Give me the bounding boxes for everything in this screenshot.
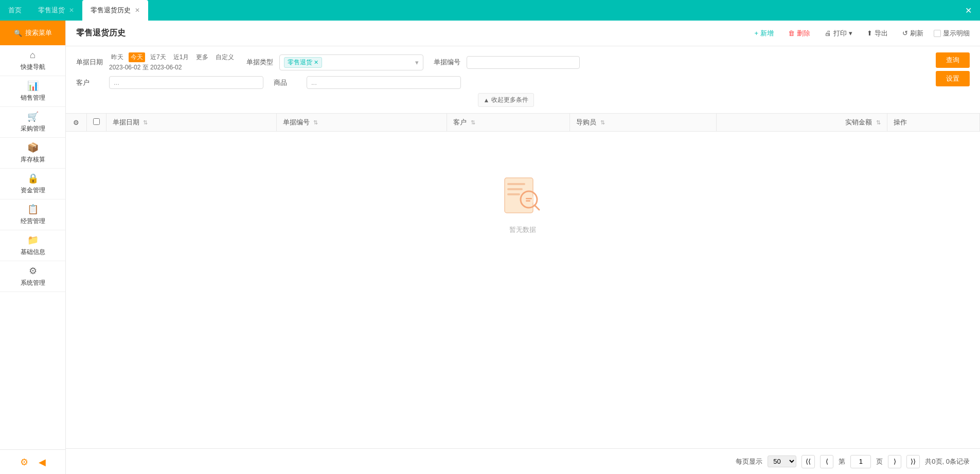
sidebar-item-sales-mgmt[interactable]: 📊 销售管理 bbox=[0, 76, 65, 107]
date-shortcut-today[interactable]: 今天 bbox=[129, 52, 145, 62]
col-number-label: 单据编号 bbox=[283, 118, 310, 126]
refresh-button[interactable]: ↺ 刷新 bbox=[898, 27, 928, 40]
show-detail-label-text: 显示明细 bbox=[943, 29, 970, 38]
svg-line-6 bbox=[534, 205, 539, 210]
col-date[interactable]: 单据日期 ⇅ bbox=[106, 114, 276, 132]
type-select-chevron: ▾ bbox=[415, 59, 419, 66]
show-detail-toggle[interactable]: 显示明细 bbox=[934, 29, 970, 38]
date-shortcut-yesterday[interactable]: 昨天 bbox=[109, 52, 126, 62]
date-shortcut-more[interactable]: 更多 bbox=[194, 52, 210, 62]
sidebar-bottom: ⚙ ◀ bbox=[0, 449, 65, 474]
export-label: 导出 bbox=[875, 29, 888, 38]
refresh-icon: ↺ bbox=[902, 29, 908, 37]
tab-retail-return-label: 零售退货 bbox=[38, 6, 65, 15]
filter-main: 单据日期 昨天 今天 近7天 近1月 更多 自定义 2 bbox=[76, 52, 936, 107]
sidebar-item-purchase-mgmt-label: 采购管理 bbox=[21, 124, 45, 133]
settings-bottom-icon[interactable]: ⚙ bbox=[20, 457, 28, 468]
per-page-label: 每页显示 bbox=[736, 457, 762, 466]
customer-filter: 客户 ... bbox=[76, 76, 263, 89]
sys-mgmt-icon: ⚙ bbox=[29, 265, 37, 277]
tab-retail-return[interactable]: 零售退货 ✕ bbox=[30, 0, 82, 21]
type-tag-close[interactable]: ✕ bbox=[314, 59, 318, 66]
sidebar-item-base-info[interactable]: 📁 基础信息 bbox=[0, 230, 65, 261]
export-button[interactable]: ⬆ 导出 bbox=[863, 27, 892, 40]
settings-button[interactable]: 设置 bbox=[936, 71, 970, 86]
col-settings-icon[interactable]: ⚙ bbox=[73, 119, 79, 126]
sidebar: 🔍 搜索菜单 ⌂ 快捷导航 📊 销售管理 🛒 采购管理 📦 库存核算 🔒 资金管… bbox=[0, 21, 66, 474]
tab-home[interactable]: 首页 bbox=[0, 0, 30, 21]
tab-retail-return-history[interactable]: 零售退货历史 ✕ bbox=[82, 0, 148, 21]
date-shortcut-custom[interactable]: 自定义 bbox=[213, 52, 236, 62]
search-menu-btn[interactable]: 🔍 搜索菜单 bbox=[0, 21, 65, 45]
page-first-btn[interactable]: ⟨⟨ bbox=[801, 455, 815, 468]
per-page-select[interactable]: 50 100 200 bbox=[768, 455, 796, 467]
sidebar-item-inventory-label: 库存核算 bbox=[21, 155, 45, 164]
col-number-sort-icon: ⇅ bbox=[313, 119, 318, 125]
page-last-btn[interactable]: ⟩⟩ bbox=[906, 455, 920, 468]
page-next-btn[interactable]: ⟩ bbox=[888, 455, 901, 468]
page-prev-btn[interactable]: ⟨ bbox=[820, 455, 833, 468]
search-icon: 🔍 bbox=[14, 29, 22, 37]
page-total-text: 共0页, 0条记录 bbox=[925, 457, 970, 466]
delete-button[interactable]: 🗑 删除 bbox=[784, 27, 814, 40]
print-button[interactable]: 🖨 打印 ▾ bbox=[821, 27, 857, 40]
sidebar-item-base-info-label: 基础信息 bbox=[21, 248, 45, 257]
window-close-icon[interactable]: ✕ bbox=[965, 6, 980, 15]
svg-rect-3 bbox=[507, 193, 520, 195]
empty-icon bbox=[497, 173, 548, 219]
sidebar-item-operations[interactable]: 📋 经营管理 bbox=[0, 199, 65, 230]
date-shortcut-1month[interactable]: 近1月 bbox=[171, 52, 191, 62]
show-detail-checkbox[interactable] bbox=[934, 30, 941, 37]
tab-home-label: 首页 bbox=[8, 6, 22, 15]
goods-filter-label: 商品 bbox=[274, 78, 302, 87]
new-label: 新增 bbox=[760, 29, 774, 38]
type-filter-select[interactable]: 零售退货 ✕ ▾ bbox=[279, 54, 423, 70]
query-button[interactable]: 查询 bbox=[936, 52, 970, 68]
base-info-icon: 📁 bbox=[27, 234, 39, 246]
sidebar-item-quick-nav[interactable]: ⌂ 快捷导航 bbox=[0, 45, 65, 76]
col-customer[interactable]: 客户 ⇅ bbox=[447, 114, 569, 132]
sales-icon: 📊 bbox=[27, 80, 39, 92]
customer-filter-input[interactable]: ... bbox=[109, 76, 263, 89]
date-range-display: 2023-06-02 至 2023-06-02 bbox=[109, 63, 236, 72]
date-shortcuts-group: 昨天 今天 近7天 近1月 更多 自定义 2023-06-02 至 2023-0… bbox=[109, 52, 236, 72]
collapse-up-icon: ▲ bbox=[484, 97, 490, 104]
sidebar-item-finance[interactable]: 🔒 资金管理 bbox=[0, 169, 65, 199]
goods-placeholder: ... bbox=[311, 79, 317, 86]
sidebar-item-purchase-mgmt[interactable]: 🛒 采购管理 bbox=[0, 107, 65, 138]
sidebar-item-finance-label: 资金管理 bbox=[21, 186, 45, 195]
select-all-checkbox[interactable] bbox=[93, 118, 100, 125]
collapse-text: 收起更多条件 bbox=[491, 96, 528, 104]
top-bar: 首页 零售退货 ✕ 零售退货历史 ✕ ✕ bbox=[0, 0, 980, 21]
filter-row-2: 客户 ... 商品 ... bbox=[76, 76, 936, 89]
tab-retail-return-close[interactable]: ✕ bbox=[69, 7, 74, 14]
number-filter-label: 单据编号 bbox=[434, 58, 462, 67]
col-customer-sort-icon: ⇅ bbox=[471, 119, 475, 125]
col-guide-sort-icon: ⇅ bbox=[600, 119, 605, 125]
col-settings[interactable]: ⚙ bbox=[66, 114, 86, 132]
collapse-button[interactable]: ▲ 收起更多条件 bbox=[478, 93, 534, 107]
type-filter: 单据类型 零售退货 ✕ ▾ bbox=[246, 54, 423, 70]
goods-filter-input[interactable]: ... bbox=[307, 76, 461, 89]
empty-illustration bbox=[497, 173, 548, 219]
tab-retail-return-history-close[interactable]: ✕ bbox=[135, 7, 140, 14]
purchase-icon: 🛒 bbox=[27, 111, 39, 122]
date-shortcut-7days[interactable]: 近7天 bbox=[148, 52, 168, 62]
col-amount[interactable]: 实销金额 ⇅ bbox=[717, 114, 887, 132]
page-label-post: 页 bbox=[876, 457, 883, 466]
col-number[interactable]: 单据编号 ⇅ bbox=[276, 114, 447, 132]
collapse-sidebar-icon[interactable]: ◀ bbox=[39, 457, 46, 468]
page-number-input[interactable] bbox=[850, 455, 871, 468]
col-guide-label: 导购员 bbox=[576, 118, 596, 126]
toolbar: + 新增 🗑 删除 🖨 打印 ▾ ⬆ 导出 ↺ 刷新 bbox=[750, 27, 970, 40]
col-guide[interactable]: 导购员 ⇅ bbox=[570, 114, 717, 132]
delete-label: 删除 bbox=[797, 29, 810, 38]
number-filter-input[interactable] bbox=[467, 56, 580, 69]
refresh-label: 刷新 bbox=[910, 29, 923, 38]
type-tag-text: 零售退货 bbox=[288, 58, 312, 67]
type-tag: 零售退货 ✕ bbox=[284, 57, 322, 68]
sidebar-item-inventory[interactable]: 📦 库存核算 bbox=[0, 138, 65, 169]
sidebar-item-sys-mgmt[interactable]: ⚙ 系统管理 bbox=[0, 261, 65, 292]
customer-placeholder: ... bbox=[114, 79, 119, 86]
new-button[interactable]: + 新增 bbox=[750, 27, 778, 40]
